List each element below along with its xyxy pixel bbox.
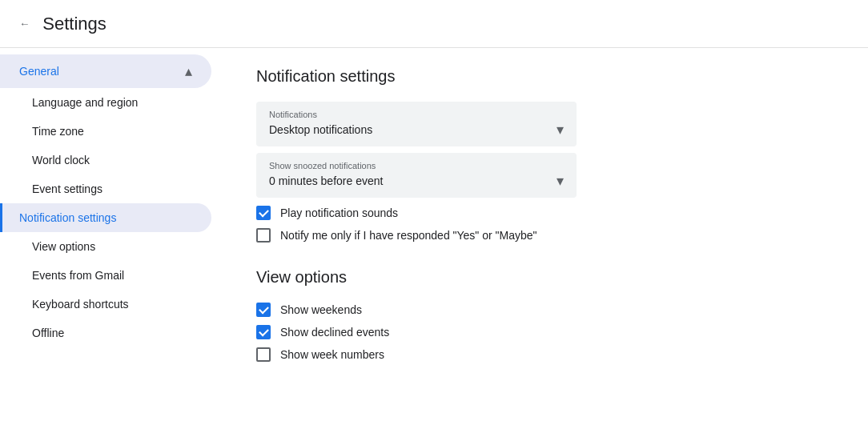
main-layout: General ▴ Language and region Time zone … xyxy=(0,48,868,433)
sidebar-item-events-from-gmail[interactable]: Events from Gmail xyxy=(0,261,211,290)
back-arrow-icon: ← xyxy=(19,18,30,30)
sidebar-item-label: Language and region xyxy=(32,96,138,109)
sidebar-item-language-region[interactable]: Language and region xyxy=(0,88,211,117)
snooze-dropdown-arrow-icon: ▾ xyxy=(557,172,564,190)
sidebar-item-label: Offline xyxy=(32,327,64,339)
sidebar-item-label: Notification settings xyxy=(19,211,116,224)
sidebar: General ▴ Language and region Time zone … xyxy=(0,48,224,433)
show-weekends-label: Show weekends xyxy=(280,303,362,316)
notify-responded-checkbox-row[interactable]: Notify me only if I have responded "Yes"… xyxy=(256,228,836,243)
sidebar-item-time-zone[interactable]: Time zone xyxy=(0,117,211,146)
sidebar-item-label: View options xyxy=(32,240,95,253)
play-sounds-checkbox-row[interactable]: Play notification sounds xyxy=(256,206,836,220)
chevron-up-icon: ▴ xyxy=(185,62,192,80)
notifications-dropdown-value: Desktop notifications xyxy=(269,123,372,136)
snooze-dropdown[interactable]: Show snoozed notifications 0 minutes bef… xyxy=(256,153,577,198)
sidebar-item-view-options[interactable]: View options xyxy=(0,232,211,261)
sidebar-item-general[interactable]: General ▴ xyxy=(0,54,211,88)
sidebar-item-label: Events from Gmail xyxy=(32,269,124,282)
show-week-numbers-checkbox[interactable] xyxy=(256,347,271,362)
notifications-dropdown-label: Notifications xyxy=(269,110,564,119)
snooze-dropdown-label: Show snoozed notifications xyxy=(269,161,564,170)
notifications-dropdown[interactable]: Notifications Desktop notifications ▾ xyxy=(256,102,577,146)
show-week-numbers-checkbox-row[interactable]: Show week numbers xyxy=(256,347,836,362)
sidebar-item-offline[interactable]: Offline xyxy=(0,319,211,347)
play-sounds-checkbox[interactable] xyxy=(256,206,271,220)
show-weekends-checkbox-row[interactable]: Show weekends xyxy=(256,303,836,317)
page-title: Settings xyxy=(42,14,106,34)
view-options-section: View options Show weekends Show declined… xyxy=(256,268,836,362)
show-declined-checkbox-row[interactable]: Show declined events xyxy=(256,325,836,339)
show-declined-checkbox[interactable] xyxy=(256,325,271,339)
view-options-title: View options xyxy=(256,268,836,287)
play-sounds-label: Play notification sounds xyxy=(280,206,398,219)
sidebar-item-keyboard-shortcuts[interactable]: Keyboard shortcuts xyxy=(0,290,211,319)
show-weekends-checkbox[interactable] xyxy=(256,303,271,317)
sidebar-item-label: Time zone xyxy=(32,125,84,138)
sidebar-item-label: General xyxy=(19,65,59,78)
app-header: ← Settings xyxy=(0,0,868,48)
show-week-numbers-label: Show week numbers xyxy=(280,348,384,361)
notification-settings-title: Notification settings xyxy=(256,67,836,86)
sidebar-item-event-settings[interactable]: Event settings xyxy=(0,174,211,203)
sidebar-item-world-clock[interactable]: World clock xyxy=(0,146,211,174)
main-content: Notification settings Notifications Desk… xyxy=(224,48,868,433)
sidebar-item-label: Keyboard shortcuts xyxy=(32,298,129,311)
back-button[interactable]: ← xyxy=(13,11,36,36)
snooze-dropdown-value: 0 minutes before event xyxy=(269,174,383,187)
notify-responded-label: Notify me only if I have responded "Yes"… xyxy=(280,229,537,242)
sidebar-item-notification-settings[interactable]: Notification settings xyxy=(0,203,211,232)
notifications-dropdown-arrow-icon: ▾ xyxy=(557,121,564,138)
show-declined-label: Show declined events xyxy=(280,326,389,339)
sidebar-item-label: World clock xyxy=(32,154,90,166)
notification-settings-section: Notification settings Notifications Desk… xyxy=(256,67,836,243)
sidebar-item-label: Event settings xyxy=(32,182,102,195)
notify-responded-checkbox[interactable] xyxy=(256,228,271,243)
